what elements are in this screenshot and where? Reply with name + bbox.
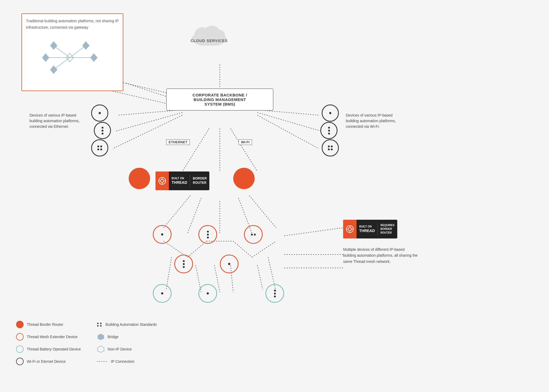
legend-wifi: Wi-Fi or Eternet Device: [16, 358, 81, 365]
svg-line-45: [70, 46, 86, 58]
battery-node-2: [198, 284, 217, 303]
svg-line-5: [115, 113, 182, 131]
border-router-right: [233, 168, 255, 189]
border-router-badge-main: BUILT ON THREAD BORDER ROUTER: [155, 171, 209, 190]
border-router-left: [129, 168, 150, 189]
legend-border-router: Thread Border Router: [16, 321, 81, 328]
eth-node-3: [91, 139, 108, 156]
badge-thread-icon-main: [155, 171, 169, 190]
svg-line-29: [284, 228, 343, 236]
bms-line3: SYSTEM (BMS): [172, 102, 268, 106]
svg-line-9: [257, 115, 319, 149]
badge-built-on-requires: BUILT ON THREAD: [357, 223, 378, 235]
badge-requires-border-router: REQUIRES BORDER ROUTER: [378, 222, 397, 236]
legend-bridge-label: Bridge: [108, 335, 118, 339]
legend-bridge: Bridge: [97, 333, 162, 341]
legend-mesh-icon: [16, 333, 24, 341]
svg-line-11: [231, 129, 257, 171]
battery-node-3: [265, 284, 284, 303]
svg-line-42: [54, 46, 70, 58]
old-network-label: Traditional building automation platform…: [26, 18, 119, 31]
svg-line-21: [233, 241, 252, 257]
legend-non-ip-label: Non-IP Device: [108, 347, 132, 351]
wifi-node-1: [322, 104, 339, 122]
legend-ip-connection: IP Connection: [97, 358, 162, 365]
svg-line-44: [54, 58, 70, 70]
mesh-node-1: [153, 225, 172, 244]
wifi-node-2: [320, 122, 337, 139]
legend-ip-label: IP Connection: [111, 359, 135, 364]
svg-line-23: [166, 257, 172, 289]
bms-line1: CORPORATE BACKBONE /: [172, 93, 268, 97]
badge-thread-icon-requires: [343, 220, 357, 238]
svg-line-7: [257, 110, 319, 115]
legend-border-router-label: Thread Border Router: [27, 322, 63, 327]
wifi-node-3: [322, 139, 339, 156]
legend-battery: Thread Battery Operated Device: [16, 345, 81, 353]
wifi-devices-label: Devices of various IP-based building aut…: [346, 113, 405, 129]
bms-line2: BUILDING MANAGEMENT: [172, 97, 268, 102]
legend-battery-icon: [16, 345, 24, 353]
mesh-node-5: [220, 255, 239, 273]
thread-multi-label: Multiple devices of different IP-based b…: [343, 247, 418, 264]
wifi-label: WI-FI: [239, 139, 252, 145]
legend-battery-label: Thread Battery Operated Device: [27, 347, 81, 351]
eth-node-1: [91, 104, 108, 122]
svg-line-27: [257, 265, 263, 289]
legend-building-auto-label: Building Automation Standards: [106, 322, 157, 327]
legend-wifi-icon: [16, 358, 24, 365]
legend-non-ip-icon: [97, 345, 105, 353]
badge-built-on-main: BUILT ON THREAD: [169, 175, 190, 186]
svg-line-14: [188, 198, 201, 233]
mesh-node-4: [174, 255, 193, 273]
legend-non-ip: Non-IP Device: [97, 345, 162, 353]
legend-mesh-label: Thread Mesh Extender Device: [27, 335, 77, 339]
svg-line-17: [249, 196, 276, 228]
border-router-badge-requires: BUILT ON THREAD REQUIRES BORDER ROUTER: [343, 220, 397, 238]
eth-devices-label: Devices of various IP-based building aut…: [29, 113, 86, 129]
legend-wifi-label: Wi-Fi or Eternet Device: [27, 359, 66, 364]
legend-bridge-icon: [97, 333, 105, 341]
svg-marker-60: [98, 346, 104, 352]
mesh-node-2: [198, 225, 217, 244]
svg-line-19: [188, 241, 206, 257]
bms-box: CORPORATE BACKBONE / BUILDING MANAGEMENT…: [166, 88, 273, 111]
cloud-label: CLOUD SERVICES: [188, 39, 231, 43]
svg-line-22: [252, 241, 276, 257]
legend-border-router-icon: [16, 321, 24, 328]
legend-building-auto: Building Automation Standards: [97, 321, 162, 328]
svg-line-13: [164, 196, 190, 228]
svg-point-48: [161, 179, 164, 182]
cloud-services: CLOUD SERVICES: [188, 21, 231, 43]
legend-building-auto-icon: [97, 323, 102, 327]
eth-node-2: [94, 122, 111, 139]
svg-point-54: [348, 227, 351, 231]
svg-line-8: [257, 113, 322, 131]
svg-line-4: [118, 110, 182, 115]
legend: Thread Border Router Building Automation…: [16, 321, 162, 365]
badge-border-router-main: BORDER ROUTER: [190, 175, 209, 186]
ethernet-label: ETHERNET: [166, 139, 190, 145]
svg-line-10: [182, 129, 209, 171]
legend-ip-icon: [97, 360, 108, 363]
legend-mesh-extender: Thread Mesh Extender Device: [16, 333, 81, 341]
svg-marker-40: [82, 41, 90, 50]
diagram-container: .dotted-line { stroke: #555; stroke-widt…: [0, 0, 549, 392]
old-network-box: Traditional building automation platform…: [21, 13, 123, 91]
battery-node-1: [153, 284, 172, 303]
svg-marker-59: [98, 334, 104, 340]
mesh-node-3: [244, 225, 263, 244]
